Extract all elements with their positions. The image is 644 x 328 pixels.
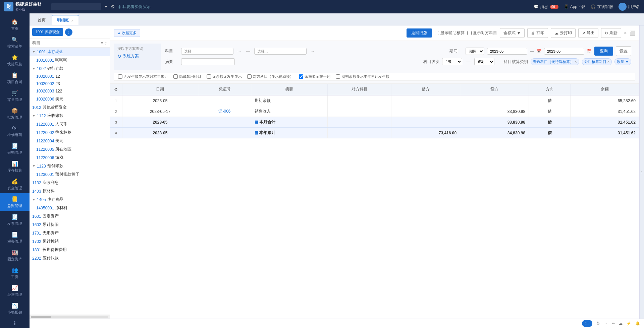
checkbox-hide-disabled[interactable]: 隐藏禁用科目: [173, 74, 201, 79]
tree-item-1123[interactable]: ▼ 1123 预付账款: [30, 162, 110, 170]
query-btn[interactable]: 查询: [594, 47, 613, 56]
tree-item-10020001[interactable]: 10020001 12: [30, 73, 110, 80]
status-lang-en[interactable]: 英: [596, 321, 600, 326]
sidebar-item-inventory[interactable]: 📊 库存核算: [0, 158, 30, 176]
tree-item-10020002[interactable]: 10020002 23: [30, 80, 110, 87]
subject-input-end[interactable]: [254, 48, 307, 55]
tree-item-11220002[interactable]: 11220002 往来标签: [30, 128, 110, 137]
show-auxiliary-checkbox[interactable]: 显示辅助核算: [435, 30, 465, 36]
status-cloud[interactable]: ☁: [619, 321, 623, 326]
sidebar-item-basic-info[interactable]: ℹ 基础信息: [0, 318, 30, 328]
tree-item-1403[interactable]: 1403 原材料: [30, 187, 110, 195]
tree-item-1012[interactable]: 1012 其他货币资金: [30, 103, 110, 112]
tree-item-1405[interactable]: ▼ 1405 库存商品: [30, 195, 110, 204]
sidebar-item-tax[interactable]: 📃 税务管理: [0, 229, 30, 247]
subject-input[interactable]: [181, 48, 233, 55]
account-nav-next-btn[interactable]: ›: [65, 28, 72, 36]
export-btn[interactable]: ↗ 导出: [578, 28, 598, 38]
checkbox-no-balance[interactable]: 无发生额显示本月本年累计: [118, 74, 168, 79]
period-type-select[interactable]: 期间: [466, 48, 484, 55]
period-end-input[interactable]: [544, 48, 584, 55]
lang-btn[interactable]: 汇: [582, 320, 592, 327]
chip-remove-foreign[interactable]: ×: [607, 60, 609, 64]
refresh-btn[interactable]: ↻ 刷新: [601, 28, 621, 38]
tab-close-btn[interactable]: ×: [71, 18, 73, 22]
message-btn[interactable]: 💬 消息 99+: [534, 4, 558, 10]
sidebar-item-invoice[interactable]: 🧾 发票管理: [0, 211, 30, 229]
tree-item-1702[interactable]: 1702 累计摊销: [30, 237, 110, 246]
tree-item-1701[interactable]: 1701 无形资产: [30, 229, 110, 237]
chip-foreign[interactable]: 外币核算科目 ×: [582, 58, 612, 65]
sidebar-item-accounting[interactable]: 📒 总账管理: [0, 193, 30, 211]
tree-item-1601[interactable]: 1601 固定资产: [30, 212, 110, 220]
tree-item-11220001[interactable]: 11220001 人民币: [30, 120, 110, 128]
online-service-btn[interactable]: 🎧 在线客服: [591, 4, 613, 10]
tab-ledger[interactable]: 明细账 ×: [52, 15, 78, 25]
scheme-btn[interactable]: 系统方案: [123, 53, 139, 59]
tree-item-1132[interactable]: 1132 应收利息: [30, 179, 110, 187]
status-nav[interactable]: →: [604, 322, 608, 326]
tree-item-2202[interactable]: 2202 应付账款: [30, 254, 110, 262]
app-download-btn[interactable]: 📱 App下载: [564, 4, 585, 10]
status-bell[interactable]: 🔔: [635, 321, 640, 326]
tree-item-1001[interactable]: ▼ 1001 库存现金: [30, 48, 110, 56]
tree-item-11220005[interactable]: 11220005 所在地区: [30, 145, 110, 153]
voucher-link-2[interactable]: 记-006: [218, 109, 230, 114]
sidebar-item-purchase[interactable]: 🧾 采购管理: [0, 140, 30, 158]
sidebar-item-wholesale[interactable]: 📦 批发管理: [0, 105, 30, 123]
tree-item-10010001[interactable]: 10010001 哟哟哟: [30, 56, 110, 64]
tree-item-11230001[interactable]: 11230001 预付账款黄子: [30, 170, 110, 179]
sidebar-item-quick-nav[interactable]: ⭐ 快捷导航: [0, 52, 30, 69]
close-panel-btn[interactable]: ×: [624, 30, 627, 36]
title-input[interactable]: [51, 3, 101, 10]
tree-item-10020006[interactable]: 10020006 美元: [30, 95, 110, 103]
chip-remove-ordinary[interactable]: ×: [575, 60, 577, 64]
sidebar-item-search-menu[interactable]: 🔍 搜索菜单: [0, 34, 30, 52]
sidebar-item-capital[interactable]: 💰 资金管理: [0, 176, 30, 193]
user-menu[interactable]: 用户名: [619, 3, 640, 11]
status-edit[interactable]: ✏: [612, 321, 615, 326]
checkbox-opening-balance[interactable]: 期初余额显示本年累计发生额: [336, 74, 389, 79]
tree-item-11220006[interactable]: 11220006 游戏: [30, 153, 110, 162]
sidebar-item-retail[interactable]: 🛒 零售管理: [0, 87, 30, 105]
tree-item-1002[interactable]: ▼ 1002 银行存款: [30, 64, 110, 73]
account-toolbar-list-btn[interactable]: ≡: [101, 41, 104, 46]
status-lightning[interactable]: ⚡: [627, 321, 631, 326]
tree-item-10020003[interactable]: 10020003 122: [30, 87, 110, 95]
sidebar-item-home[interactable]: 🏠 首页: [0, 16, 30, 34]
account-toolbar-sort-btn[interactable]: ↕: [105, 41, 107, 46]
expand-more-btn[interactable]: ∧ 收起更多: [114, 29, 140, 37]
summary-input[interactable]: [181, 58, 235, 65]
filter-settings-btn[interactable]: 设置: [616, 46, 631, 56]
tab-home[interactable]: 首页: [32, 15, 51, 25]
amount-format-btn[interactable]: 金额式 ▼: [500, 28, 525, 38]
maximize-btn[interactable]: ⬜: [630, 30, 635, 36]
tree-item-11220004[interactable]: 11220004 美元: [30, 137, 110, 145]
level-end-select[interactable]: 6级: [474, 58, 494, 65]
checkbox-no-balance-show[interactable]: 无余额无发生显示: [207, 74, 242, 79]
chip-quantity[interactable]: 数量 ▼: [614, 58, 631, 65]
tree-item-14050001[interactable]: 14050001 原材料: [30, 204, 110, 212]
tree-item-1122[interactable]: ▼ 1122 应收账款: [30, 112, 110, 120]
chip-ordinary[interactable]: 普通科目（无特殊核算） ×: [531, 58, 579, 65]
sidebar-item-fixed-asset[interactable]: 🏭 固定资产: [0, 247, 30, 264]
account-search-btn[interactable]: 1001 库存现金: [32, 28, 63, 36]
sidebar-item-ecommerce[interactable]: 🛍 小畅电商: [0, 123, 30, 140]
title-dropdown-btn[interactable]: ▼: [104, 4, 108, 9]
settings-gear-btn[interactable]: ⚙: [111, 4, 115, 9]
checkbox-balance-one-column[interactable]: 余额显示在一列: [299, 74, 330, 79]
print-btn[interactable]: 🖨 打印: [527, 28, 548, 38]
account-tree-scroll[interactable]: [30, 315, 110, 319]
cloud-print-btn[interactable]: ☁ 云打印: [551, 28, 576, 38]
checkbox-opposite-subject[interactable]: 对方科目（显示辅助项）: [247, 74, 293, 79]
level-start-select[interactable]: 1级: [442, 58, 462, 65]
sidebar-item-sales-report[interactable]: 📉 小畅报销: [0, 300, 30, 318]
show-opposite-checkbox[interactable]: 显示对方科目: [467, 30, 497, 36]
sidebar-item-project[interactable]: 📋 项目合同: [0, 69, 30, 87]
sidebar-item-payroll[interactable]: 👥 工资: [0, 264, 30, 282]
tree-item-1801[interactable]: 1801 长期待摊费用: [30, 246, 110, 254]
right-collapse-panel[interactable]: ›: [639, 25, 644, 319]
tree-item-1602[interactable]: 1602 累计折旧: [30, 220, 110, 229]
sidebar-item-operations[interactable]: 📈 经营管理: [0, 282, 30, 300]
back-to-old-btn[interactable]: 返回旧版: [407, 28, 432, 38]
